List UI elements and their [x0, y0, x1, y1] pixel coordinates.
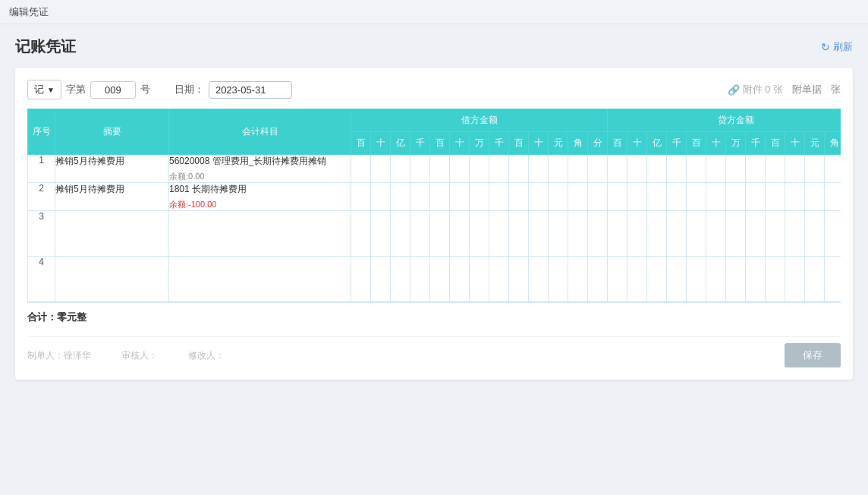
debit-digit-3-11[interactable] [568, 257, 588, 302]
credit-digit-2-11[interactable] [825, 211, 841, 257]
credit-digit-3-3[interactable] [667, 257, 687, 302]
credit-digit-3-8[interactable] [766, 257, 785, 302]
debit-digit-1-7[interactable] [489, 183, 509, 211]
debit-digit-1-11[interactable] [568, 183, 588, 211]
debit-digit-2-10[interactable] [549, 211, 568, 257]
credit-digit-0-0[interactable] [608, 155, 627, 183]
debit-digit-3-4[interactable] [430, 257, 450, 302]
date-input[interactable] [209, 81, 292, 99]
fujundan-button[interactable]: 附单据 [792, 83, 822, 96]
debit-digit-2-2[interactable] [391, 211, 410, 257]
credit-digit-0-1[interactable] [627, 155, 647, 183]
debit-digit-2-7[interactable] [489, 211, 509, 257]
debit-digit-0-0[interactable] [351, 155, 371, 183]
cell-summary-1[interactable]: 摊销5月待摊费用 [55, 183, 169, 211]
cell-account-2[interactable] [169, 211, 351, 257]
debit-digit-1-12[interactable] [588, 183, 608, 211]
zidi-input[interactable] [90, 81, 136, 99]
debit-digit-1-10[interactable] [549, 183, 568, 211]
debit-digit-3-2[interactable] [391, 257, 410, 302]
debit-digit-2-8[interactable] [509, 211, 529, 257]
credit-digit-0-3[interactable] [667, 155, 687, 183]
debit-digit-2-0[interactable] [351, 211, 371, 257]
debit-digit-1-0[interactable] [351, 183, 371, 211]
debit-digit-0-6[interactable] [470, 155, 489, 183]
credit-digit-2-9[interactable] [785, 211, 805, 257]
credit-digit-0-11[interactable] [825, 155, 841, 183]
debit-digit-1-5[interactable] [450, 183, 470, 211]
credit-digit-2-10[interactable] [805, 211, 825, 257]
debit-digit-0-4[interactable] [430, 155, 450, 183]
debit-digit-3-1[interactable] [371, 257, 391, 302]
debit-digit-2-5[interactable] [450, 211, 470, 257]
debit-digit-3-9[interactable] [529, 257, 549, 302]
credit-digit-2-3[interactable] [667, 211, 687, 257]
debit-digit-2-9[interactable] [529, 211, 549, 257]
debit-digit-2-6[interactable] [470, 211, 489, 257]
cell-account-3[interactable] [169, 257, 351, 302]
credit-digit-3-7[interactable] [746, 257, 766, 302]
credit-digit-2-6[interactable] [726, 211, 746, 257]
debit-digit-3-7[interactable] [489, 257, 509, 302]
cell-summary-0[interactable]: 摊销5月待摊费用 [55, 155, 169, 183]
credit-digit-0-8[interactable] [766, 155, 785, 183]
attachment-link[interactable]: 🔗 附件 0 张 [728, 83, 783, 96]
debit-digit-3-12[interactable] [588, 257, 608, 302]
credit-digit-1-2[interactable] [647, 183, 667, 211]
debit-digit-3-10[interactable] [549, 257, 568, 302]
debit-digit-3-6[interactable] [470, 257, 489, 302]
debit-digit-0-12[interactable] [588, 155, 608, 183]
debit-digit-2-11[interactable] [568, 211, 588, 257]
credit-digit-1-6[interactable] [726, 183, 746, 211]
debit-digit-0-5[interactable] [450, 155, 470, 183]
credit-digit-0-6[interactable] [726, 155, 746, 183]
debit-digit-0-9[interactable] [529, 155, 549, 183]
credit-digit-1-3[interactable] [667, 183, 687, 211]
ji-selector[interactable]: 记 ▼ [27, 80, 61, 99]
debit-digit-2-4[interactable] [430, 211, 450, 257]
credit-digit-3-9[interactable] [785, 257, 805, 302]
credit-digit-1-9[interactable] [785, 183, 805, 211]
debit-digit-2-1[interactable] [371, 211, 391, 257]
credit-digit-2-2[interactable] [647, 211, 667, 257]
credit-digit-3-10[interactable] [805, 257, 825, 302]
credit-digit-0-7[interactable] [746, 155, 766, 183]
debit-digit-3-5[interactable] [450, 257, 470, 302]
debit-digit-2-12[interactable] [588, 211, 608, 257]
credit-digit-3-4[interactable] [687, 257, 706, 302]
cell-summary-2[interactable] [55, 211, 169, 257]
credit-digit-3-5[interactable] [706, 257, 726, 302]
credit-digit-3-2[interactable] [647, 257, 667, 302]
debit-digit-0-2[interactable] [391, 155, 410, 183]
debit-digit-1-4[interactable] [430, 183, 450, 211]
credit-digit-2-4[interactable] [687, 211, 706, 257]
cell-summary-3[interactable] [55, 257, 169, 302]
debit-digit-1-9[interactable] [529, 183, 549, 211]
debit-digit-1-8[interactable] [509, 183, 529, 211]
debit-digit-0-8[interactable] [509, 155, 529, 183]
debit-digit-1-2[interactable] [391, 183, 410, 211]
credit-digit-1-5[interactable] [706, 183, 726, 211]
credit-digit-0-5[interactable] [706, 155, 726, 183]
credit-digit-2-5[interactable] [706, 211, 726, 257]
credit-digit-0-10[interactable] [805, 155, 825, 183]
credit-digit-1-7[interactable] [746, 183, 766, 211]
credit-digit-3-0[interactable] [608, 257, 627, 302]
credit-digit-2-0[interactable] [608, 211, 627, 257]
credit-digit-2-8[interactable] [766, 211, 785, 257]
save-button[interactable]: 保存 [785, 343, 841, 367]
credit-digit-3-6[interactable] [726, 257, 746, 302]
cell-account-1[interactable]: 1801 长期待摊费用余额:-100.00 [169, 183, 351, 211]
debit-digit-3-0[interactable] [351, 257, 371, 302]
credit-digit-0-2[interactable] [647, 155, 667, 183]
debit-digit-3-8[interactable] [509, 257, 529, 302]
credit-digit-2-1[interactable] [627, 211, 647, 257]
credit-digit-1-11[interactable] [825, 183, 841, 211]
debit-digit-2-3[interactable] [410, 211, 430, 257]
credit-digit-1-8[interactable] [766, 183, 785, 211]
debit-digit-0-7[interactable] [489, 155, 509, 183]
credit-digit-0-4[interactable] [687, 155, 706, 183]
credit-digit-3-1[interactable] [627, 257, 647, 302]
credit-digit-1-4[interactable] [687, 183, 706, 211]
credit-digit-2-7[interactable] [746, 211, 766, 257]
